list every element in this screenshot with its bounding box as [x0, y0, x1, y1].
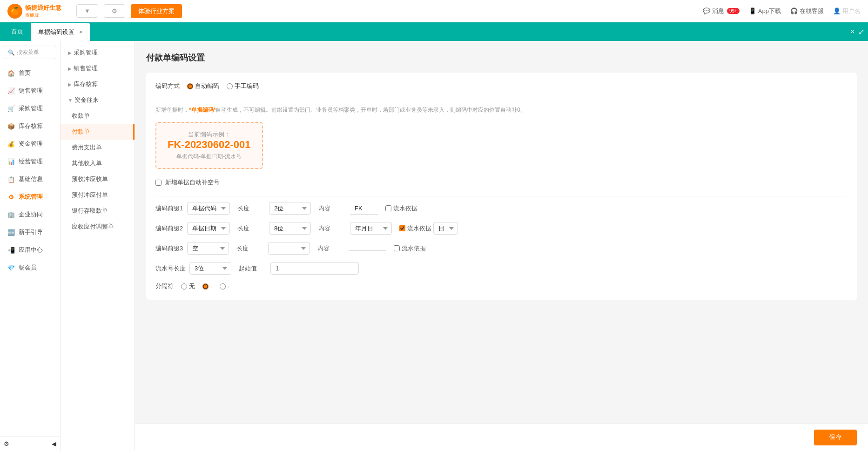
separator-none-label: 无: [189, 282, 195, 290]
sidebar-settings-icon[interactable]: ⚙: [4, 440, 9, 447]
prefix2-label: 编码前缀2: [155, 224, 183, 233]
operation-icon: 📊: [7, 158, 15, 165]
close-all-icon[interactable]: ×: [850, 27, 855, 36]
sub-sidebar: ▶ 采购管理 ▶ 销售管理 ▶ 库存核算 ▼ 资金往来 收款单 付款单 费用支出…: [61, 41, 135, 451]
service-label: 在线客服: [800, 7, 824, 15]
topbar-left: 🍊 畅捷通好生意 旗舰版 ▼ ⚙ 体验行业方案: [7, 4, 182, 19]
sub-item-bank[interactable]: 银行存取款单: [61, 203, 135, 219]
auto-fill-checkbox[interactable]: [155, 180, 161, 186]
sub-item-other-income[interactable]: 其他收入单: [61, 155, 135, 171]
sub-item-receipt[interactable]: 收款单: [61, 108, 135, 124]
prefix2-content-select[interactable]: 年月日: [350, 222, 392, 235]
topbar-message[interactable]: 💬 消息 99+: [703, 7, 740, 15]
experience-btn[interactable]: 体验行业方案: [131, 4, 182, 18]
sidebar-item-basic[interactable]: 📋 基础信息: [0, 170, 60, 188]
topbar-appdownload[interactable]: 📱 App下载: [749, 7, 781, 15]
sub-group-inventory-title[interactable]: ▶ 库存核算: [61, 76, 135, 92]
hint-text: 新增单据时，*单据编码*自动生成，不可编辑。前缀设置为部门、业务员等档案类，开单…: [155, 106, 848, 114]
prefix3-select[interactable]: 空: [187, 242, 229, 255]
divider-1: [155, 196, 848, 196]
prefix2-waterfall-check[interactable]: [399, 225, 405, 231]
sidebar-item-sales[interactable]: 📈 销售管理: [0, 82, 60, 100]
tab-home[interactable]: 首页: [4, 22, 31, 41]
prefix1-select[interactable]: 单据代码: [187, 202, 230, 215]
sub-group-inventory: ▶ 库存核算: [61, 76, 135, 92]
serial-length-select[interactable]: 3位: [189, 262, 231, 275]
sub-group-finance-title[interactable]: ▼ 资金往来: [61, 92, 135, 108]
prefix2-waterfall: 流水依据 日: [399, 222, 458, 235]
sidebar-item-finance[interactable]: 💰 资金管理: [0, 135, 60, 153]
sidebar-item-operation[interactable]: 📊 经营管理: [0, 153, 60, 170]
radio-auto-input[interactable]: [187, 83, 193, 89]
tab-encoding-close[interactable]: ×: [79, 29, 82, 35]
topbar-service[interactable]: 🎧 在线客服: [790, 7, 824, 15]
prefix1-waterfall-check[interactable]: [385, 205, 391, 211]
sidebar-item-purchase[interactable]: 🛒 采购管理: [0, 100, 60, 117]
tab-encoding[interactable]: 单据编码设置 ×: [31, 23, 90, 41]
prefix1-content-field: 内容 FK: [318, 202, 378, 215]
prefix3-length-select[interactable]: [268, 242, 310, 255]
serial-start-field: 起始值: [239, 262, 359, 275]
serial-start-input[interactable]: [270, 262, 359, 275]
separator-dot[interactable]: -: [202, 283, 212, 290]
sidebar-item-home[interactable]: 🏠 首页: [0, 64, 60, 82]
sub-item-advance-receivable[interactable]: 预收冲应收单: [61, 171, 135, 187]
prefix3-length-field: 长度: [236, 242, 310, 255]
arrow-icon-3: ▶: [68, 82, 72, 87]
prefix2-waterfall-select[interactable]: 日: [433, 222, 458, 235]
sub-group-sales-title[interactable]: ▶ 销售管理: [61, 61, 135, 76]
sidebar-collapse-icon[interactable]: ◀: [52, 440, 56, 447]
separator-none[interactable]: 无: [181, 282, 195, 290]
separator-dot2-input[interactable]: [220, 283, 226, 289]
sidebar-item-system[interactable]: ⚙ 系统管理: [0, 188, 60, 206]
finance-icon: 💰: [7, 140, 15, 148]
prefix2-select[interactable]: 单据日期: [187, 222, 230, 235]
separator-dot2[interactable]: ·: [220, 283, 229, 290]
sidebar-item-purchase-label: 采购管理: [19, 104, 43, 113]
sidebar-item-system-label: 系统管理: [19, 193, 43, 201]
sidebar-search-btn[interactable]: 🔍 搜索菜单: [4, 46, 56, 59]
bottom-bar: 保存: [135, 423, 868, 451]
app-label: App下载: [758, 7, 781, 15]
separator-dot-input[interactable]: [202, 283, 209, 289]
topbar-settings-btn[interactable]: ⚙: [104, 4, 125, 18]
logo-text: 畅捷通好生意 旗舰版: [25, 4, 61, 19]
sidebar-item-guide[interactable]: 🆕 新手引导: [0, 223, 60, 241]
sub-item-payment[interactable]: 付款单: [61, 124, 135, 140]
sidebar-item-operation-label: 经营管理: [19, 157, 43, 166]
prefix1-waterfall: 流水依据: [385, 204, 417, 213]
sub-item-adjustment[interactable]: 应收应付调整单: [61, 219, 135, 235]
prefix1-length-select[interactable]: 2位: [269, 202, 311, 215]
sidebar-item-vip[interactable]: 💎 畅会员: [0, 259, 60, 276]
radio-manual[interactable]: 手工编码: [227, 82, 259, 90]
sidebar-item-appcenter[interactable]: 📲 应用中心: [0, 241, 60, 259]
expand-icon[interactable]: ⤢: [858, 27, 864, 36]
sidebar-search-area: 🔍 搜索菜单: [0, 41, 60, 64]
message-badge: 99+: [727, 8, 740, 14]
prefix3-waterfall-check[interactable]: [394, 245, 400, 251]
sidebar-item-enterprise[interactable]: 🏢 企业协同: [0, 206, 60, 223]
radio-auto[interactable]: 自动编码: [187, 82, 219, 90]
save-button[interactable]: 保存: [814, 430, 857, 445]
encoding-mode-label: 编码方式: [155, 82, 180, 90]
prefix2-content-field: 内容 年月日: [318, 222, 392, 235]
auto-fill-row: 新增单据自动补空号: [155, 178, 848, 187]
appcenter-icon: 📲: [7, 246, 15, 254]
radio-manual-input[interactable]: [227, 83, 233, 89]
prefix3-content-label: 内容: [317, 244, 345, 253]
home-icon: 🏠: [7, 69, 15, 77]
sidebar-item-inventory[interactable]: 📦 库存核算: [0, 117, 60, 135]
sub-item-advance-payable[interactable]: 预付冲应付单: [61, 187, 135, 203]
sub-group-purchase-title[interactable]: ▶ 采购管理: [61, 45, 135, 61]
topbar-dropdown-btn[interactable]: ▼: [76, 4, 98, 18]
example-desc: 单据代码-单据日期-流水号: [168, 153, 251, 161]
prefix1-length-field: 长度 2位: [237, 202, 311, 215]
sidebar-item-guide-label: 新手引导: [19, 228, 43, 236]
separator-none-input[interactable]: [181, 283, 187, 289]
separator-row: 分隔符 无 - ·: [155, 282, 848, 290]
prefix2-length-select[interactable]: 8位: [269, 222, 311, 235]
prefix2-row: 编码前缀2 单据日期 长度 8位 内容 年月日: [155, 222, 848, 235]
topbar-user[interactable]: 👤 用户名: [833, 7, 861, 15]
sub-item-expense[interactable]: 费用支出单: [61, 140, 135, 155]
sidebar-item-appcenter-label: 应用中心: [19, 246, 43, 254]
